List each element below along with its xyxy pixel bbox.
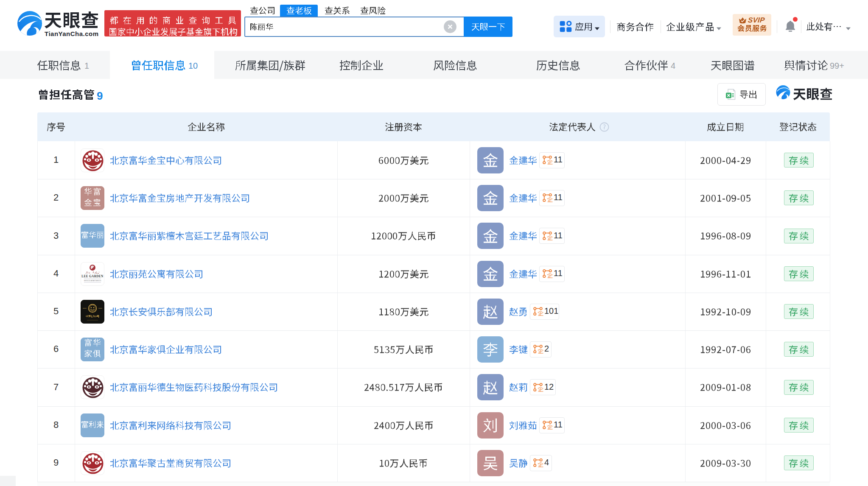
svg-text:LEE GARDEN: LEE GARDEN [81,275,104,278]
svg-text:SERVICE APARTMENTS: SERVICE APARTMENTS [84,280,101,282]
